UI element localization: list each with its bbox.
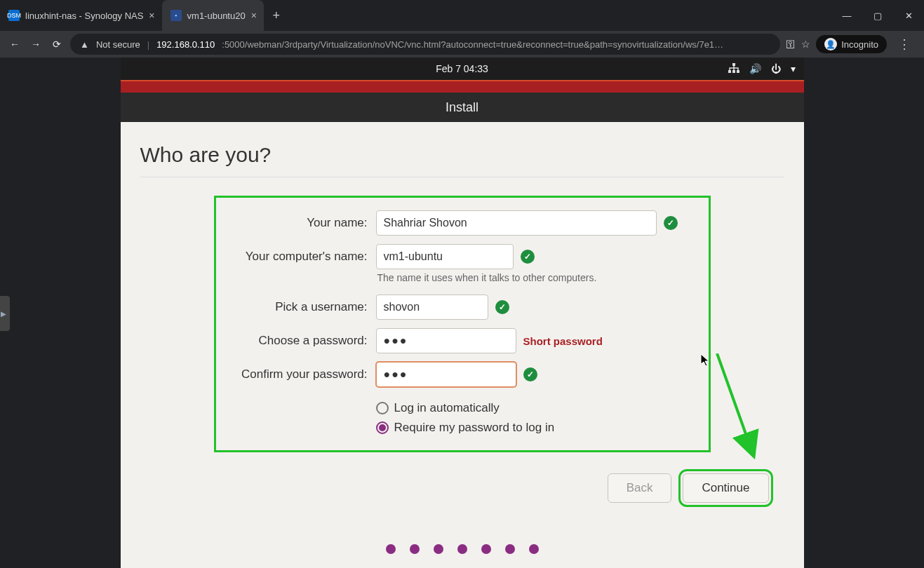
mouse-cursor-icon (700, 353, 710, 367)
synology-favicon: DSM (8, 10, 20, 21)
login-auto-label: Log in automatically (394, 401, 500, 415)
check-icon: ✓ (495, 300, 509, 314)
browser-menu-button[interactable]: ⋮ (892, 36, 917, 52)
progress-dot (410, 544, 420, 554)
computer-name-input[interactable] (376, 244, 514, 269)
username-label: Pick a username: (220, 300, 376, 314)
browser-titlebar: DSM linuxhint-nas - Synology NAS × ▪ vm1… (0, 0, 924, 31)
window-controls: — ▢ ✕ (831, 0, 924, 31)
bookmark-star-icon[interactable]: ☆ (801, 39, 810, 50)
password-input[interactable] (376, 328, 516, 353)
installer-body: Who are you? Your name: ✓ Your computer'… (121, 122, 804, 568)
gnome-clock[interactable]: Feb 7 04:33 (436, 63, 488, 74)
chevron-down-icon[interactable]: ▾ (791, 63, 796, 74)
progress-dot (457, 544, 467, 554)
not-secure-label: Not secure (96, 39, 140, 50)
progress-dot (529, 544, 539, 554)
check-icon: ✓ (523, 367, 537, 381)
divider (140, 177, 784, 177)
progress-dot (481, 544, 491, 554)
password-strength-label: Short password (523, 335, 603, 347)
network-icon[interactable] (728, 63, 739, 75)
check-icon: ✓ (521, 250, 535, 264)
installer-title-text: Install (446, 100, 478, 115)
progress-dot (434, 544, 443, 554)
reload-button[interactable]: ⟳ (49, 39, 65, 50)
tab-title: linuxhint-nas - Synology NAS (25, 11, 143, 21)
svg-rect-2 (732, 70, 735, 73)
forward-button[interactable]: → (28, 39, 43, 50)
vnc-favicon: ▪ (170, 10, 182, 21)
username-input[interactable] (376, 295, 488, 320)
address-bar[interactable]: ▲ Not secure | 192.168.0.110:5000/webman… (70, 34, 780, 55)
url-path: :5000/webman/3rdparty/Virtualization/noV… (222, 39, 723, 50)
computer-name-hint: The name it uses when it talks to other … (376, 272, 597, 283)
login-require-label: Require my password to log in (394, 421, 555, 435)
login-auto-option[interactable]: Log in automatically (376, 398, 555, 418)
page-title: Who are you? (140, 143, 784, 167)
back-button[interactable]: ← (7, 39, 22, 50)
annotation-arrow (710, 353, 780, 466)
ubuntu-accent-strip (121, 80, 804, 93)
vnc-viewport: Feb 7 04:33 🔊 ⏻ ▾ Install Who are you? Y… (121, 58, 804, 568)
close-tab-icon[interactable]: × (251, 10, 257, 21)
button-row: Back Continue (140, 473, 784, 503)
gnome-top-bar: Feb 7 04:33 🔊 ⏻ ▾ (121, 58, 804, 80)
maximize-button[interactable]: ▢ (862, 11, 893, 21)
password-key-icon[interactable]: ⚿ (786, 39, 796, 50)
login-require-password-option[interactable]: Require my password to log in (376, 418, 555, 438)
incognito-label: Incognito (841, 39, 878, 50)
installer-window-title: Install (121, 93, 804, 122)
content-area: ▶ Feb 7 04:33 🔊 ⏻ ▾ Install Who are you? (0, 58, 924, 568)
new-tab-button[interactable]: + (264, 0, 289, 31)
power-icon[interactable]: ⏻ (771, 63, 781, 74)
browser-tab-vnc[interactable]: ▪ vm1-ubuntu20 × (162, 0, 264, 31)
radio-icon (376, 421, 389, 434)
not-secure-icon: ▲ (80, 39, 89, 50)
close-window-button[interactable]: ✕ (893, 11, 924, 21)
svg-rect-0 (732, 63, 735, 66)
gnome-system-tray[interactable]: 🔊 ⏻ ▾ (728, 63, 796, 75)
confirm-password-label: Confirm your password: (220, 367, 376, 381)
progress-dot (386, 544, 396, 554)
novnc-sidebar-handle[interactable]: ▶ (0, 296, 10, 331)
radio-icon (376, 402, 389, 414)
svg-rect-3 (737, 70, 739, 73)
progress-indicator (121, 544, 804, 554)
your-name-label: Your name: (220, 216, 376, 230)
back-button[interactable]: Back (608, 473, 672, 503)
svg-rect-1 (728, 70, 731, 73)
check-icon: ✓ (664, 216, 678, 230)
minimize-button[interactable]: — (831, 11, 862, 21)
confirm-password-input[interactable] (376, 362, 516, 387)
incognito-badge[interactable]: 👤 Incognito (816, 35, 887, 53)
close-tab-icon[interactable]: × (149, 10, 154, 21)
tab-title: vm1-ubuntu20 (187, 11, 246, 21)
password-label: Choose a password: (220, 334, 376, 348)
svg-line-4 (717, 353, 752, 452)
computer-name-label: Your computer's name: (220, 250, 376, 264)
browser-tab-synology[interactable]: DSM linuxhint-nas - Synology NAS × (0, 0, 162, 31)
user-form-highlight-box: Your name: ✓ Your computer's name: ✓ T (214, 196, 711, 452)
your-name-input[interactable] (376, 210, 657, 236)
browser-toolbar: ← → ⟳ ▲ Not secure | 192.168.0.110:5000/… (0, 31, 924, 58)
volume-icon[interactable]: 🔊 (749, 63, 761, 74)
continue-button[interactable]: Continue (683, 473, 768, 503)
incognito-icon: 👤 (824, 38, 837, 50)
progress-dot (505, 544, 515, 554)
url-host: 192.168.0.110 (156, 39, 215, 50)
